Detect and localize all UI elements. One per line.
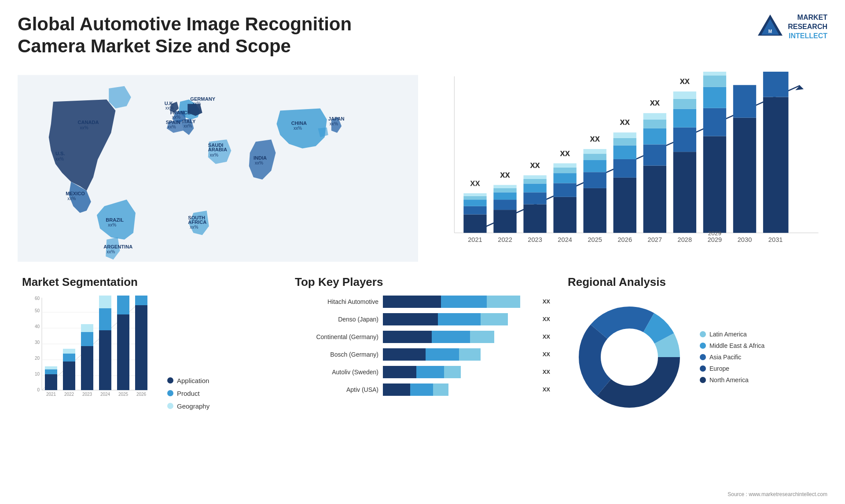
- svg-rect-146: [117, 314, 129, 390]
- player-row: Hitachi Automotive XX: [295, 296, 550, 308]
- player-bar: [383, 366, 536, 378]
- svg-rect-94: [733, 117, 756, 233]
- europe-dot: [700, 365, 706, 372]
- svg-text:xx%: xx%: [67, 196, 76, 201]
- north-america-label: North America: [709, 376, 749, 383]
- segmentation-legend: Application Product Geography: [158, 377, 209, 410]
- logo-line-1: MARKET: [788, 13, 827, 22]
- svg-text:XX: XX: [590, 135, 600, 143]
- middle-east-dot: [700, 343, 706, 349]
- player-name: Aptiv (USA): [295, 386, 378, 393]
- svg-marker-39: [795, 85, 804, 90]
- player-value: XX: [543, 369, 550, 375]
- latin-america-dot: [700, 331, 706, 337]
- svg-text:CHINA: CHINA: [291, 121, 307, 126]
- page-title: Global Automotive Image Recognition Came…: [18, 13, 414, 58]
- svg-rect-84: [673, 109, 696, 128]
- svg-text:xx%: xx%: [294, 126, 302, 131]
- player-name: Hitachi Automotive: [295, 298, 378, 305]
- bar-seg-1: [383, 366, 416, 378]
- svg-rect-52: [523, 204, 546, 233]
- svg-rect-68: [584, 149, 606, 153]
- svg-text:AFRICA: AFRICA: [188, 219, 206, 225]
- svg-rect-144: [99, 308, 111, 330]
- svg-text:10: 10: [35, 372, 40, 376]
- svg-text:2023: 2023: [528, 236, 542, 243]
- bar-seg-2: [426, 348, 459, 361]
- top-grid: CANADA xx% U.S. xx% MEXICO xx% BRAZIL xx…: [18, 66, 827, 264]
- svg-text:2027: 2027: [648, 236, 662, 243]
- svg-rect-147: [117, 296, 129, 314]
- svg-rect-43: [463, 196, 486, 199]
- svg-rect-58: [553, 197, 576, 233]
- svg-rect-145: [99, 296, 111, 308]
- svg-text:2021: 2021: [468, 236, 482, 243]
- svg-rect-64: [584, 188, 606, 233]
- svg-text:2023: 2023: [82, 392, 92, 397]
- svg-rect-95: [733, 85, 756, 117]
- svg-text:xx%: xx%: [330, 121, 338, 126]
- player-name: Denso (Japan): [295, 316, 378, 323]
- svg-rect-65: [584, 172, 606, 188]
- svg-rect-47: [493, 200, 516, 210]
- svg-text:XX: XX: [710, 71, 720, 71]
- svg-text:M: M: [768, 29, 772, 34]
- svg-text:xx%: xx%: [108, 223, 116, 227]
- bar-seg-1: [383, 313, 438, 325]
- svg-text:2031: 2031: [768, 236, 783, 243]
- svg-text:INDIA: INDIA: [254, 155, 267, 160]
- bar-seg-3: [470, 331, 494, 343]
- regional-title: Regional Analysis: [568, 275, 823, 289]
- world-map-svg: CANADA xx% U.S. xx% MEXICO xx% BRAZIL xx…: [18, 66, 418, 270]
- asia-pacific-dot: [700, 354, 706, 360]
- north-america-dot: [700, 377, 706, 383]
- svg-rect-139: [63, 349, 75, 354]
- player-value: XX: [543, 298, 550, 305]
- segmentation-chart-area: 0 10 20 30 40 50 60: [22, 296, 277, 410]
- svg-rect-149: [135, 296, 147, 305]
- svg-rect-71: [614, 159, 636, 178]
- svg-rect-76: [643, 165, 666, 233]
- player-bar: [383, 313, 536, 325]
- svg-rect-90: [703, 87, 726, 108]
- svg-text:2030: 2030: [738, 236, 752, 243]
- svg-text:ARGENTINA: ARGENTINA: [103, 244, 132, 249]
- donut-container: Latin America Middle East & Africa Asia …: [568, 296, 823, 419]
- legend-application: Application: [167, 377, 209, 384]
- legend-middle-east: Middle East & Africa: [700, 342, 764, 349]
- source-text: Source : www.marketresearchintellect.com: [727, 491, 827, 497]
- svg-text:20: 20: [35, 356, 40, 361]
- svg-text:2028: 2028: [678, 236, 692, 243]
- geography-label: Geography: [177, 402, 209, 410]
- svg-text:XX: XX: [500, 171, 510, 179]
- legend-product: Product: [167, 390, 209, 397]
- player-bar: [383, 348, 536, 361]
- svg-rect-91: [703, 75, 726, 87]
- player-value: XX: [543, 386, 550, 393]
- legend-geography: Geography: [167, 402, 209, 410]
- svg-rect-59: [553, 183, 576, 197]
- svg-text:2021: 2021: [46, 392, 56, 397]
- asia-pacific-label: Asia Pacific: [709, 354, 741, 361]
- svg-rect-74: [614, 132, 636, 138]
- legend-europe: Europe: [700, 365, 764, 372]
- svg-text:xx%: xx%: [255, 161, 263, 165]
- player-name: Continental (Germany): [295, 333, 378, 340]
- svg-rect-89: [703, 108, 726, 136]
- bar-seg-3: [459, 348, 481, 361]
- svg-text:MEXICO: MEXICO: [66, 190, 85, 196]
- player-value: XX: [543, 333, 550, 340]
- svg-rect-46: [493, 210, 516, 233]
- player-name: Autoliv (Sweden): [295, 369, 378, 376]
- svg-rect-80: [643, 113, 666, 120]
- svg-point-161: [603, 331, 656, 383]
- svg-text:xx%: xx%: [80, 125, 88, 130]
- donut-svg: [568, 296, 691, 419]
- logo-line-2: RESEARCH: [788, 22, 827, 32]
- segmentation-svg: 0 10 20 30 40 50 60: [22, 296, 154, 410]
- svg-rect-56: [523, 175, 546, 179]
- application-label: Application: [177, 377, 209, 384]
- regional-legend: Latin America Middle East & Africa Asia …: [700, 331, 764, 383]
- svg-rect-83: [673, 127, 696, 151]
- svg-rect-77: [643, 144, 666, 165]
